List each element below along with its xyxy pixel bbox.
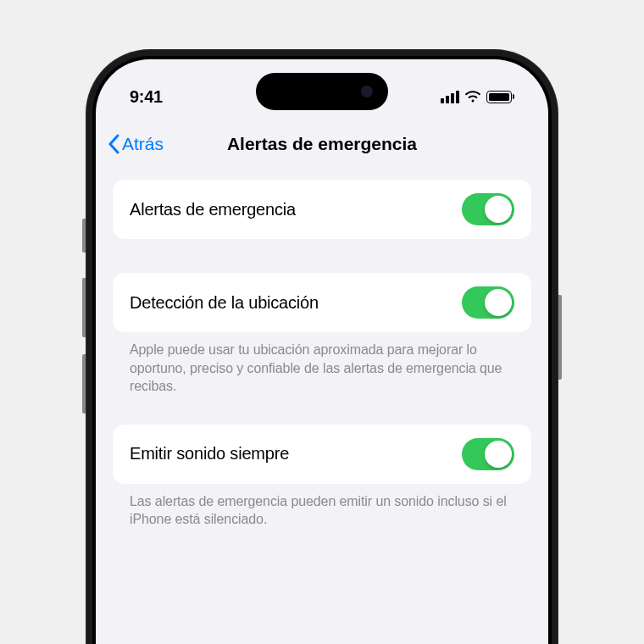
row-emergency-alerts[interactable]: Alertas de emergencia — [113, 180, 531, 239]
toggle-emergency-alerts[interactable] — [462, 193, 514, 225]
screen: 9:41 Atrás — [96, 59, 548, 644]
label-emergency-alerts: Alertas de emergencia — [130, 200, 296, 219]
phone-button-power — [558, 295, 562, 380]
status-time: 9:41 — [130, 87, 197, 107]
back-button[interactable]: Atrás — [108, 134, 164, 154]
row-location-detection[interactable]: Detección de la ubicación — [113, 273, 531, 332]
battery-icon — [486, 91, 515, 103]
phone-button-volume-down — [82, 354, 86, 414]
toggle-always-sound[interactable] — [462, 438, 514, 470]
dynamic-island — [256, 73, 388, 110]
content: Alertas de emergencia Detección de la ub… — [96, 168, 548, 554]
chevron-left-icon — [108, 134, 120, 154]
phone-button-silence — [82, 219, 86, 253]
nav-bar: Atrás Alertas de emergencia — [96, 117, 548, 168]
back-label: Atrás — [122, 134, 164, 154]
row-always-sound[interactable]: Emitir sonido siempre — [113, 425, 531, 484]
phone-frame: 9:41 Atrás — [86, 49, 558, 644]
status-icons — [441, 90, 515, 103]
footer-location-detection: Apple puede usar tu ubicación aproximada… — [113, 332, 531, 414]
label-always-sound: Emitir sonido siempre — [130, 444, 289, 464]
label-location-detection: Detección de la ubicación — [130, 293, 319, 313]
toggle-location-detection[interactable] — [462, 286, 514, 319]
page-title: Alertas de emergencia — [113, 134, 531, 154]
footer-always-sound: Las alertas de emergencia pueden emitir … — [113, 484, 531, 547]
wifi-icon — [464, 90, 481, 103]
phone-button-volume-up — [82, 278, 86, 337]
cellular-icon — [441, 91, 459, 103]
